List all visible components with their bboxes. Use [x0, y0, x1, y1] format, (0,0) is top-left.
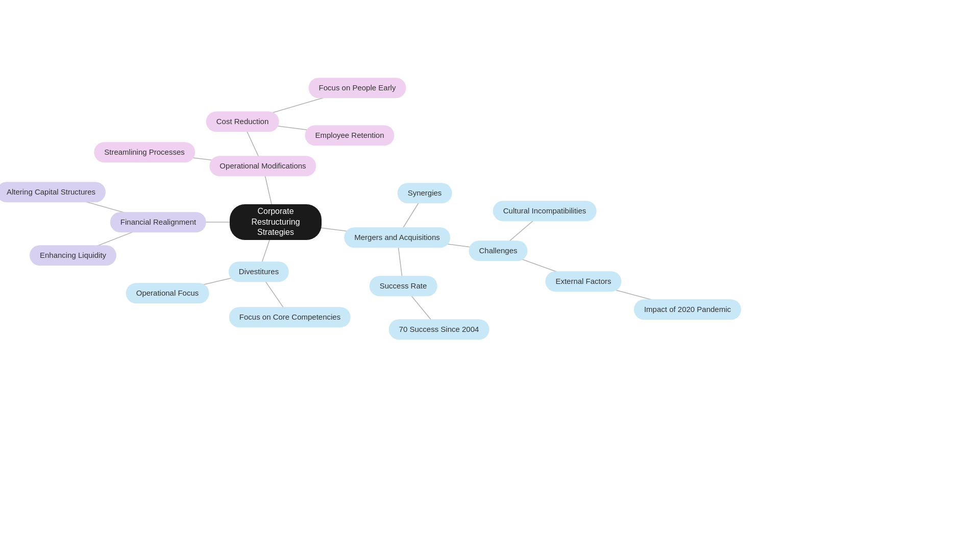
synergies-node[interactable]: Synergies	[398, 183, 452, 203]
divestitures-node[interactable]: Divestitures	[229, 261, 289, 282]
streamlining-processes-node[interactable]: Streamlining Processes	[94, 142, 195, 162]
connections-svg	[0, 0, 980, 553]
impact-of-2020-pandemic-node[interactable]: Impact of 2020 Pandemic	[634, 299, 741, 320]
center-node[interactable]: Corporate Restructuring Strategies	[230, 204, 322, 240]
financial-realignment-node[interactable]: Financial Realignment	[110, 212, 206, 232]
success-rate-node[interactable]: Success Rate	[370, 276, 437, 296]
operational-focus-node[interactable]: Operational Focus	[126, 283, 209, 303]
mindmap-container: Corporate Restructuring StrategiesOperat…	[0, 0, 980, 553]
external-factors-node[interactable]: External Factors	[545, 271, 621, 292]
altering-capital-structures-node[interactable]: Altering Capital Structures	[0, 182, 106, 202]
cultural-incompatibilities-node[interactable]: Cultural Incompatibilities	[493, 201, 597, 221]
operational-modifications-node[interactable]: Operational Modifications	[209, 156, 316, 176]
mergers-and-acquisitions-node[interactable]: Mergers and Acquisitions	[344, 227, 450, 248]
challenges-node[interactable]: Challenges	[469, 241, 527, 261]
focus-on-people-early-node[interactable]: Focus on People Early	[309, 78, 406, 98]
enhancing-liquidity-node[interactable]: Enhancing Liquidity	[30, 245, 116, 266]
cost-reduction-node[interactable]: Cost Reduction	[206, 111, 279, 132]
focus-on-core-competencies-node[interactable]: Focus on Core Competencies	[229, 307, 351, 327]
employee-retention-node[interactable]: Employee Retention	[305, 125, 394, 146]
70-success-since-2004-node[interactable]: 70 Success Since 2004	[389, 319, 489, 340]
